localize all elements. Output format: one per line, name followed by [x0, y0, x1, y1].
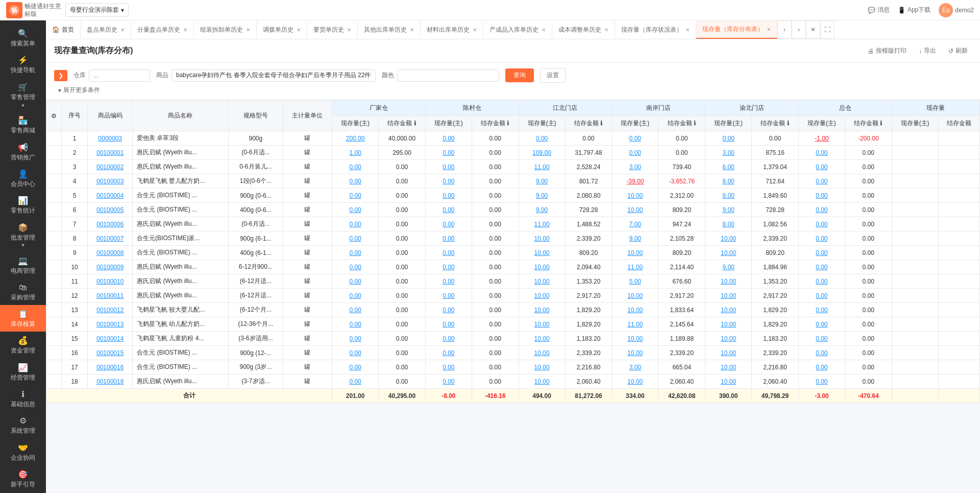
tab-stock-status[interactable]: 现存量（库存状况表） ✕ [615, 21, 696, 38]
expand-more-button[interactable]: ▾ 展开更多条件 [54, 86, 104, 95]
code-link[interactable]: 00100013 [96, 321, 124, 328]
row-nanbin-amt: 0.00 [658, 131, 705, 146]
close-icon[interactable]: ✕ [685, 27, 690, 33]
tab-partial-check[interactable]: 分量盘点单历史 ✕ [131, 21, 194, 38]
tab-home[interactable]: 🏠 首页 [46, 21, 81, 38]
tab-product-in[interactable]: 产成品入库单历史 ✕ [483, 21, 552, 38]
export-button[interactable]: ↓ 导出 [915, 44, 940, 57]
tab-close-all-button[interactable]: ✕ [806, 20, 820, 39]
close-icon[interactable]: ✕ [767, 27, 771, 32]
close-icon[interactable]: ✕ [604, 27, 608, 33]
tab-material-out[interactable]: 材料出库单历史 ✕ [421, 21, 483, 38]
col-settings-header[interactable]: ⚙ [46, 101, 62, 131]
code-link[interactable]: 00100016 [96, 364, 124, 371]
code-link[interactable]: 00100008 [96, 249, 124, 256]
sidebar-item-marketing[interactable]: 📢 营销推广 [0, 138, 46, 165]
sidebar-item-retail-mall[interactable]: 🏪 零售商城 [0, 111, 46, 138]
row-nanbin-qty: 10.00 [612, 246, 658, 260]
sidebar-item-system[interactable]: ⚙ 系统管理 [0, 412, 46, 438]
sidebar-item-purchase[interactable]: 🛍 采购管理 [0, 279, 46, 305]
close-icon[interactable]: ✕ [410, 27, 414, 33]
goods-input[interactable] [172, 69, 376, 82]
row-total-qty: 0.00 [798, 332, 845, 346]
row-unit: 罐 [283, 346, 332, 360]
color-input[interactable] [397, 69, 499, 82]
sidebar-item-operation[interactable]: 📈 经营管理 [0, 359, 46, 385]
sidebar-item-retail-stat[interactable]: 📊 零售统计 [0, 192, 46, 218]
settings-icon[interactable]: ⚙ [51, 112, 57, 120]
sidebar-item-search[interactable]: 🔍 搜索英单 [0, 25, 46, 51]
search-button[interactable]: 查询 [505, 68, 534, 82]
table-row: 13 00100012 飞鹤星飞帆 较大婴儿配... (6-12个月... 罐 … [46, 303, 980, 317]
marketing-icon: 📢 [18, 143, 28, 152]
tab-prev-button[interactable]: ‹ [777, 20, 792, 39]
table-footer: 合计 201.00 40,295.00 -8.00 -416.16 494.00… [46, 389, 980, 403]
message-button[interactable]: 💬 消息 [868, 6, 890, 14]
sidebar-item-inventory[interactable]: 📋 库存核算 [0, 305, 46, 332]
tab-transfer[interactable]: 调拨单历史 ✕ [257, 21, 307, 38]
code-link[interactable]: 00100011 [96, 292, 124, 299]
tab-cost-adjust[interactable]: 成本调整单历史 ✕ [552, 21, 615, 38]
code-link[interactable]: 00100009 [96, 264, 124, 271]
row-yuebei-amt: 1,849.60 [752, 189, 799, 203]
sidebar-item-finance[interactable]: 💰 资金管理 [0, 332, 46, 358]
close-icon[interactable]: ✕ [120, 27, 125, 33]
code-link[interactable]: 0000003 [98, 135, 122, 142]
code-link[interactable]: 00100007 [96, 235, 124, 242]
row-current-amt [938, 231, 979, 246]
code-link[interactable]: 00100018 [96, 378, 124, 385]
row-nanbin-qty: 10.00 [612, 374, 658, 389]
tab-next-button[interactable]: › [792, 20, 806, 39]
sidebar-item-member[interactable]: 👤 会员中心 [0, 165, 46, 192]
sidebar-item-nav[interactable]: ⚡ 快捷导航 [0, 51, 46, 78]
tab-other-out[interactable]: 其他出库单历史 ✕ [358, 21, 421, 38]
close-icon[interactable]: ✕ [473, 27, 477, 33]
code-link[interactable]: 00100001 [96, 149, 124, 156]
yuebei-qty-header: 现存量(主) [705, 116, 752, 131]
warehouse-input[interactable] [89, 69, 150, 82]
tab-expand-button[interactable]: ⛶ [820, 20, 835, 39]
col-total-header: 总仓 [798, 101, 892, 116]
code-link[interactable]: 00100005 [96, 206, 124, 214]
tab-inventory-check[interactable]: 盘点单历史 ✕ [81, 21, 131, 38]
sidebar-item-guide[interactable]: 🎯 新手引导 [0, 465, 46, 492]
store-selector[interactable]: 母婴行业演示陈套 ▾ [65, 3, 129, 17]
code-link[interactable]: 00100002 [96, 163, 124, 171]
row-chenpu-qty: 0.00 [425, 174, 472, 189]
code-link[interactable]: 00100010 [96, 278, 124, 285]
jiangbei-qty-header: 现存量(主) [519, 116, 565, 131]
tab-assembly[interactable]: 组装拆卸单历史 ✕ [194, 21, 257, 38]
close-icon[interactable]: ✕ [542, 27, 546, 33]
code-link[interactable]: 00100014 [96, 335, 124, 342]
code-link[interactable]: 00100004 [96, 192, 124, 199]
collapse-button[interactable]: ❯ [54, 70, 67, 81]
footer-nanbin-qty: 334.00 [612, 389, 658, 403]
row-settings [46, 360, 62, 374]
app-download-button[interactable]: 📱 App下载 [898, 6, 930, 14]
row-current-qty [892, 274, 938, 289]
sidebar-item-retail[interactable]: 🛒 零售管理 ▲ [0, 78, 46, 111]
tab-order[interactable]: 要货单历史 ✕ [307, 21, 358, 38]
row-code: 00100009 [88, 260, 133, 274]
table-row: 9 00100008 合生元 (BIOSTIME) ... 400g (6-1.… [46, 246, 980, 260]
sidebar-item-corp[interactable]: 🤝 企业协同 [0, 439, 46, 465]
row-name: 爱他美 卓萃3段 [133, 131, 229, 146]
close-icon[interactable]: ✕ [183, 27, 187, 33]
code-link[interactable]: 00100003 [96, 178, 124, 185]
close-icon[interactable]: ✕ [297, 27, 301, 33]
print-button[interactable]: 🖨 按模版打印 [864, 44, 911, 57]
settings-button[interactable]: 设置 [540, 68, 566, 83]
sidebar-item-basic[interactable]: ℹ 基础信息 [0, 385, 46, 412]
close-icon[interactable]: ✕ [246, 27, 250, 33]
close-icon[interactable]: ✕ [347, 27, 351, 33]
code-link[interactable]: 00100015 [96, 349, 124, 357]
logo-area: 畅 畅捷通好生意 标版 [6, 2, 61, 18]
row-jiangbei-amt: 809.20 [565, 246, 612, 260]
code-link[interactable]: 00100012 [96, 307, 124, 314]
user-menu[interactable]: Ea demo2 [939, 3, 974, 17]
refresh-button[interactable]: ↺ 刷新 [944, 44, 972, 57]
code-link[interactable]: 00100006 [96, 221, 124, 228]
tab-stock-dist[interactable]: 现存量（库存分布表） ✕ [696, 21, 777, 39]
sidebar-item-wholesale[interactable]: 📦 批发管理 ▼ [0, 219, 46, 252]
sidebar-item-ecom[interactable]: 💻 电商管理 [0, 252, 46, 278]
